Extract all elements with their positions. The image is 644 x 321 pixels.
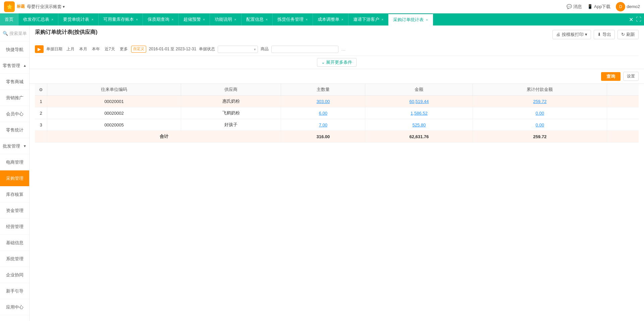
cell-code: 00020002 bbox=[47, 107, 181, 119]
amount-link[interactable]: 60,519.44 bbox=[410, 99, 429, 104]
print-icon: 🖨 bbox=[556, 32, 560, 37]
cell-amount: 525.80 bbox=[365, 119, 473, 131]
page-header: 采购订单统计表(按供应商) 🖨 按模板打印 ▾ ⬇ 导出 ↻ 刷新 bbox=[30, 25, 644, 69]
nav-tab-goods-stats[interactable]: 要货单统计表 × bbox=[58, 13, 98, 25]
close-receive-summary[interactable]: × bbox=[51, 17, 53, 21]
gear-icon[interactable]: ⚙ bbox=[39, 87, 43, 92]
sidebar-item-system-mgmt[interactable]: 系统管理 bbox=[0, 251, 29, 267]
paid-link[interactable]: 259.72 bbox=[533, 99, 547, 104]
close-pick-task[interactable]: × bbox=[306, 17, 308, 21]
paid-link[interactable]: 0.00 bbox=[536, 122, 544, 127]
nav-tab-expiry-query[interactable]: 保质期查询 × bbox=[143, 13, 178, 25]
close-goods-stats[interactable]: × bbox=[91, 17, 93, 21]
nav-tab-config-info[interactable]: 配置信息 × bbox=[241, 13, 273, 25]
nav-tab-overstock-warning[interactable]: 超储预警 × bbox=[179, 13, 210, 25]
sidebar-quick-nav[interactable]: 快捷导航 bbox=[0, 42, 29, 58]
qty-link[interactable]: 303.00 bbox=[317, 99, 330, 104]
nav-maximize-btn[interactable]: ⛶ bbox=[636, 16, 641, 22]
status-select[interactable] bbox=[218, 46, 258, 53]
expand-more-btn[interactable]: ⌄ 展开更多条件 bbox=[317, 58, 357, 67]
user-avatar[interactable]: D demo2 bbox=[616, 2, 640, 11]
sidebar-item-inventory[interactable]: 库存核算 bbox=[0, 186, 29, 203]
close-expiry-query[interactable]: × bbox=[171, 17, 173, 21]
date-range: 2016-01-01 至 2023-12-31 bbox=[149, 46, 196, 52]
table-wrapper: ⚙ 往来单位编码 供应商 主数量 金额 累计付款金额 1 00020001 bbox=[30, 84, 644, 321]
sidebar-search[interactable]: 🔍 搜索菜单 bbox=[0, 25, 29, 42]
avatar: D bbox=[616, 2, 625, 11]
table-row: 1 00020001 惠氏奶粉 303.00 60,519.44 259.72 bbox=[35, 96, 639, 107]
shortcut-7days[interactable]: 近7天 bbox=[103, 46, 116, 53]
nav-tab-home[interactable]: 首页 bbox=[0, 13, 18, 25]
sidebar-item-purchase-mgmt[interactable]: 采购管理 bbox=[0, 170, 29, 186]
sidebar-item-retail-stats[interactable]: 零售统计 bbox=[0, 122, 29, 138]
settings-button[interactable]: 设置 bbox=[623, 72, 639, 81]
status-label: 单据状态 bbox=[199, 46, 215, 52]
close-function-desc[interactable]: × bbox=[234, 17, 236, 21]
paid-link[interactable]: 0.00 bbox=[536, 111, 544, 116]
cell-code: 00020005 bbox=[47, 119, 181, 131]
close-available-stock[interactable]: × bbox=[136, 17, 138, 21]
more-options-btn[interactable]: … bbox=[341, 47, 345, 52]
sidebar-item-retail-mgmt[interactable]: 零售管理 ▲ bbox=[0, 58, 29, 74]
close-cost-adjust[interactable]: × bbox=[341, 17, 343, 21]
shortcut-more[interactable]: 更多 bbox=[118, 46, 129, 53]
sidebar-item-member-center[interactable]: 会员中心 bbox=[0, 106, 29, 122]
export-button[interactable]: ⬇ 导出 bbox=[594, 30, 615, 39]
shortcut-this-year[interactable]: 本年 bbox=[91, 46, 101, 53]
workspace-dropdown[interactable]: 母婴行业演示账套 ▾ bbox=[27, 4, 65, 10]
refresh-icon: ↻ bbox=[621, 32, 625, 37]
nav-tab-available-stock[interactable]: 可用量库存账本 × bbox=[99, 13, 143, 25]
refresh-button[interactable]: ↻ 刷新 bbox=[618, 30, 639, 39]
footer-label: 合计 bbox=[47, 131, 281, 143]
sidebar-item-ops-mgmt[interactable]: 经营管理 bbox=[0, 219, 29, 235]
chevron-down-icon-2: ▼ bbox=[23, 144, 26, 148]
qty-link[interactable]: 6.00 bbox=[319, 111, 327, 116]
cell-supplier: 飞鹤奶粉 bbox=[181, 107, 281, 119]
nav-close-btn[interactable]: ✕ bbox=[629, 16, 633, 23]
download-icon: 📱 bbox=[587, 4, 593, 9]
cell-qty: 6.00 bbox=[281, 107, 365, 119]
sidebar-item-enterprise-collab[interactable]: 企业协同 bbox=[0, 267, 29, 283]
sidebar-item-marketing[interactable]: 营销推广 bbox=[0, 90, 29, 106]
qty-link[interactable]: 7.00 bbox=[319, 122, 327, 127]
sidebar-item-finance[interactable]: 资金管理 bbox=[0, 203, 29, 219]
goods-input[interactable] bbox=[271, 46, 338, 53]
sidebar-item-basic-info[interactable]: 基础信息 bbox=[0, 235, 29, 251]
download-btn[interactable]: 📱 App下载 bbox=[587, 4, 610, 10]
filter-toggle-btn[interactable]: ▶ bbox=[35, 45, 44, 53]
amount-link[interactable]: 1,586.52 bbox=[411, 111, 428, 116]
sidebar-item-new-guide[interactable]: 新手引导 bbox=[0, 283, 29, 299]
print-dropdown-icon: ▾ bbox=[585, 32, 587, 37]
messages-btn[interactable]: 💬 消息 bbox=[567, 4, 582, 10]
sidebar-item-retail-mall[interactable]: 零售商城 bbox=[0, 74, 29, 90]
sidebar-item-wholesale-mgmt[interactable]: 批发管理 ▼ bbox=[0, 138, 29, 154]
shortcut-last-month[interactable]: 上月 bbox=[65, 46, 76, 53]
content-area: 采购订单统计表(按供应商) 🖨 按模板打印 ▾ ⬇ 导出 ↻ 刷新 bbox=[30, 25, 644, 321]
shortcut-this-month[interactable]: 本月 bbox=[78, 46, 89, 53]
close-purchase-stats[interactable]: × bbox=[426, 18, 428, 22]
sidebar: 🔍 搜索菜单 快捷导航 零售管理 ▲ 零售商城 营销推广 会员中心 零售统计 批… bbox=[0, 25, 30, 321]
sidebar-item-ecommerce[interactable]: 电商管理 bbox=[0, 154, 29, 170]
nav-tab-pick-task[interactable]: 拣货任务管理 × bbox=[273, 13, 313, 25]
close-invite-downstream[interactable]: × bbox=[381, 17, 383, 21]
logo-icon: 🌟 bbox=[4, 1, 15, 12]
nav-tab-receive-summary[interactable]: 收发存汇总表 × bbox=[18, 13, 58, 25]
amount-link[interactable]: 525.80 bbox=[413, 122, 426, 127]
close-overstock-warning[interactable]: × bbox=[203, 17, 205, 21]
top-bar: 🌟 标题 母婴行业演示账套 ▾ 💬 消息 📱 App下载 D demo2 bbox=[0, 0, 644, 13]
nav-tab-invite-downstream[interactable]: 邀请下游客户 × bbox=[348, 13, 388, 25]
nav-tab-purchase-stats[interactable]: 采购订单统计表 × bbox=[388, 13, 433, 25]
print-button[interactable]: 🖨 按模板打印 ▾ bbox=[552, 30, 591, 39]
col-paid: 累计付款金额 bbox=[473, 84, 607, 96]
cell-qty: 7.00 bbox=[281, 119, 365, 131]
nav-tab-function-desc[interactable]: 功能说明 × bbox=[210, 13, 241, 25]
cell-paid: 0.00 bbox=[473, 119, 607, 131]
sidebar-item-app-center[interactable]: 应用中心 bbox=[0, 299, 29, 315]
cell-index: 1 bbox=[35, 96, 47, 107]
query-button[interactable]: 查询 bbox=[601, 72, 621, 81]
close-config-info[interactable]: × bbox=[266, 17, 268, 21]
nav-tab-cost-adjust[interactable]: 成本调整单 × bbox=[313, 13, 348, 25]
expand-icon: ⌄ bbox=[321, 60, 325, 65]
sidebar-item-enterprise-wechat[interactable]: 企业微信 bbox=[0, 315, 29, 321]
table-row: 3 00020005 好孩子 7.00 525.80 0.00 bbox=[35, 119, 639, 131]
